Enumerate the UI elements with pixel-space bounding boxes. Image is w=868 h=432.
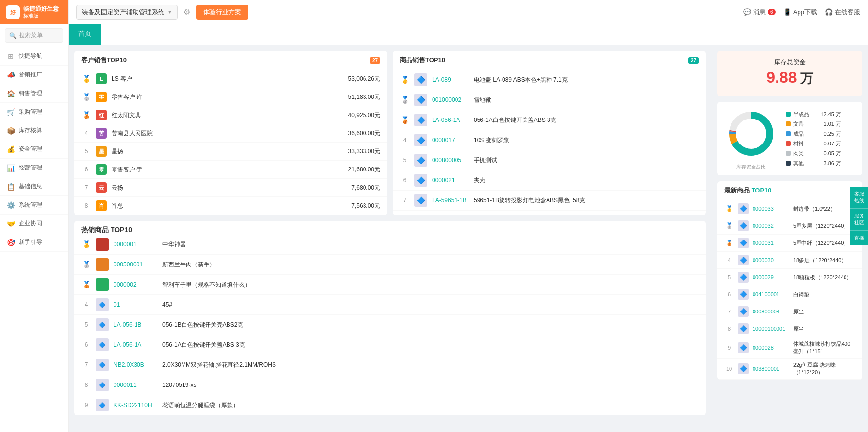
legend-item: 肉类 -0.05 万: [786, 150, 841, 157]
hot-name: 2.0X30MM双搓花轴,搓花直径2.1MM/ROHS: [162, 361, 699, 369]
np-icon: 🔷: [738, 255, 749, 265]
rank-avatar: 红: [96, 110, 107, 120]
rank-amount: 33,333.00元: [348, 147, 380, 156]
product-medal: 🥉: [400, 116, 410, 124]
product-medal: 🥈: [400, 96, 410, 104]
np-icon: 🔷: [738, 342, 749, 353]
hot-product-row: 9 🔷 KK-SD22110H 花语萌恒温分腿睡袋（厚款）: [74, 395, 706, 415]
float-btn-live[interactable]: 直播: [850, 231, 868, 245]
sidebar-item-system[interactable]: ⚙️ 系统管理: [0, 196, 68, 215]
product-rank-num: 6: [400, 177, 410, 184]
legend-dot: [786, 141, 791, 146]
np-icon: 🔷: [738, 323, 749, 334]
inventory-icon: 📦: [7, 127, 15, 135]
sidebar-item-quick[interactable]: ⊞ 快捷导航: [0, 47, 68, 66]
rank-name: 肖总: [112, 202, 346, 210]
product-placeholder: 🔷: [96, 338, 109, 351]
hot-product-row: 🥉 0000002 智利车子里（规格不知道填什么）: [74, 275, 706, 295]
messages-button[interactable]: 💬 消息 6: [743, 8, 776, 17]
online-service-button[interactable]: 🎧 在线客服: [825, 8, 860, 17]
np-rank: 8: [724, 326, 734, 332]
sidebar-item-operation[interactable]: 📊 经营管理: [0, 159, 68, 177]
float-btn-community[interactable]: 服务社区: [850, 209, 868, 231]
legend-name: 文具: [793, 120, 809, 128]
new-product-row: 9 🔷 0000028 体城蔗枝味苏打饮品400毫升（1*15）: [717, 337, 862, 359]
hot-product-row: 4 🔷 01 45#: [74, 295, 706, 315]
product-img: [96, 258, 109, 271]
sidebar-item-guide[interactable]: 🎯 新手引导: [0, 233, 68, 252]
product-sales-header: 商品销售TOP10 27: [393, 51, 706, 70]
product-code: 001000002: [432, 96, 469, 103]
legend-value: -0.05 万: [812, 150, 841, 157]
company-icon: 🤝: [7, 220, 15, 228]
sidebar-item-company[interactable]: 🤝 企业协同: [0, 215, 68, 233]
inventory-total-label: 库存总资金: [725, 58, 854, 67]
product-thumb: 🔷: [414, 154, 427, 167]
purchase-icon: 🛒: [7, 108, 15, 116]
sidebar-item-basic[interactable]: 📋 基础信息: [0, 177, 68, 196]
customer-sales-header: 客户销售TOP10 27: [74, 51, 387, 70]
rank-num: 6: [81, 166, 91, 173]
system-selector[interactable]: 装备及固定资产辅助管理系统 ▼: [76, 5, 178, 20]
top-tables: 客户销售TOP10 27 🥇 L LS 客户 53,006.26元 🥈 零 零售…: [74, 51, 706, 215]
product-code: LA-056-1A: [432, 117, 469, 123]
hot-name: 45#: [162, 301, 699, 308]
np-rank: 4: [724, 257, 734, 263]
legend-value: -3.86 万: [812, 160, 841, 167]
product-row: 🥇 🔷 LA-089 电池盖 LA-089 ABS本色+黑种 7.1克: [393, 70, 706, 90]
hot-rank: 6: [81, 341, 91, 348]
sidebar-item-inventory[interactable]: 📦 库存核算: [0, 121, 68, 140]
finance-icon: 💰: [7, 145, 15, 153]
sidebar-item-purchase[interactable]: 🛒 采购管理: [0, 103, 68, 121]
rank-num: 4: [81, 130, 91, 137]
new-product-row: 5 🔷 0000029 18颗粒板（1220*2440）: [717, 269, 862, 286]
sidebar-item-marketing[interactable]: 📣 营销推广: [0, 66, 68, 84]
hot-code: 000500001: [114, 261, 158, 268]
legend-name: 其他: [793, 160, 809, 167]
hot-name: 智利车子里（规格不知道填什么）: [162, 281, 699, 289]
product-img: [96, 278, 109, 291]
float-btn-service[interactable]: 客服热线: [850, 187, 868, 209]
experience-button[interactable]: 体验行业方案: [196, 5, 248, 20]
product-row: 🥉 🔷 LA-056-1A 056-1A白色按键开关盖ABS 3克: [393, 110, 706, 130]
np-rank: 9: [724, 345, 734, 351]
content-right: 库存总资金 9.88 万: [711, 45, 868, 432]
gear-icon[interactable]: ⚙: [183, 7, 190, 17]
product-row: 5 🔷 000800005 手机测试: [393, 150, 706, 170]
product-thumb: 🔷: [414, 73, 427, 86]
hot-name: 中华神器: [162, 240, 699, 249]
tab-home[interactable]: 首页: [69, 24, 101, 45]
hot-medal: 🥉: [81, 281, 91, 288]
np-code: 0000028: [753, 345, 789, 351]
sidebar-item-finance[interactable]: 💰 资金管理: [0, 140, 68, 159]
hot-rank: 9: [81, 402, 91, 408]
product-medal: 🥇: [400, 76, 410, 84]
customer-sales-badge: 27: [370, 57, 380, 64]
legend-dot: [786, 131, 791, 136]
rank-avatar: 星: [96, 146, 107, 157]
product-rank-num: 4: [400, 137, 410, 144]
topbar-right: 💬 消息 6 📱 App下载 🎧 在线客服: [743, 8, 860, 17]
legend-dot: [786, 161, 791, 166]
donut-chart: [724, 107, 778, 161]
hot-products-title: 热销商品 TOP10: [74, 221, 706, 235]
legend-dot: [786, 112, 791, 117]
product-thumb: 🔷: [414, 134, 427, 146]
inventory-amount: 9.88 万: [725, 69, 854, 87]
legend-dot: [786, 151, 791, 156]
phone-icon: 📱: [783, 8, 791, 16]
product-placeholder: 🔷: [96, 298, 109, 311]
product-code: 0000021: [432, 177, 469, 184]
app-download-button[interactable]: 📱 App下载: [783, 8, 817, 17]
np-code: 000800008: [753, 309, 789, 314]
product-thumb: 🔷: [414, 194, 427, 207]
legend-name: 肉类: [793, 150, 809, 157]
table-row: 4 苦 苦南县人民医院 36,600.00元: [74, 124, 387, 143]
inventory-chart-card: 库存资金占比 半成品 12.45 万 文具 1.01 万 成品 0.25 万 材…: [717, 102, 862, 175]
sidebar-item-sales[interactable]: 🏠 销售管理: [0, 84, 68, 103]
search-menu-button[interactable]: 🔍 搜索菜单: [5, 28, 63, 43]
hot-name: 花语萌恒温分腿睡袋（厚款）: [162, 401, 699, 409]
table-row: 6 零 零售客户·于 21,680.00元: [74, 161, 387, 179]
message-icon: 💬: [743, 8, 751, 16]
messages-badge: 6: [768, 9, 776, 15]
